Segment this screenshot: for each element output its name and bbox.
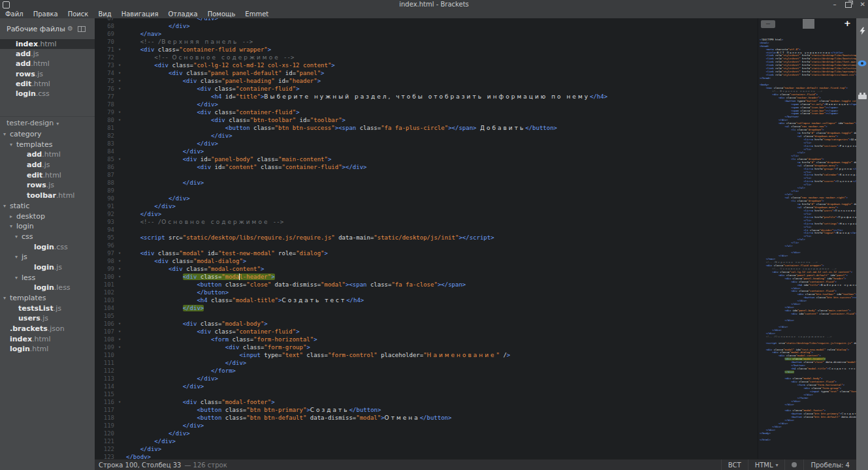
code-line-95[interactable]: 95 <script src="static/desktop/libs/requ… — [95, 234, 758, 242]
code-line-93[interactable]: 93 <!-- /Основное содержимое --> — [95, 218, 758, 226]
code-line-119[interactable]: 119 </div> — [95, 422, 758, 430]
code-line-84[interactable]: 84 </div> — [95, 148, 758, 155]
fold-arrow-icon[interactable]: ▾ — [114, 320, 125, 328]
minimap-zoom-in-button[interactable]: + — [844, 19, 851, 28]
code-line-121[interactable]: 121 </div> — [95, 437, 758, 445]
code-line-70[interactable]: 70 <!-- /Верхняя панель --> — [95, 38, 758, 46]
code-line-88[interactable]: 88 </div> — [95, 179, 758, 187]
close-button[interactable]: ✕ — [860, 0, 865, 9]
working-file-login.css[interactable]: login.css — [0, 89, 95, 99]
code-line-114[interactable]: 114 </div> — [95, 383, 758, 390]
code-line-78[interactable]: 78 </div> — [95, 101, 758, 108]
tree-item-testsList.js[interactable]: testsList.js — [0, 304, 95, 314]
chevron-down-icon[interactable]: ▾ — [3, 201, 6, 212]
code-line-116[interactable]: 116▾ <div class="modal-footer"> — [95, 398, 758, 406]
code-line-101[interactable]: 101 <button class="close" data-dismiss="… — [95, 281, 758, 289]
fold-arrow-icon[interactable]: ▾ — [114, 336, 125, 343]
fold-arrow-icon[interactable]: ▾ — [114, 265, 125, 273]
tree-item-add.js[interactable]: add.js — [0, 160, 95, 170]
code-line-111[interactable]: 111 </div> — [95, 359, 758, 367]
tree-item-add.html[interactable]: add.html — [0, 149, 95, 160]
chevron-down-icon[interactable]: ▾ — [10, 221, 12, 232]
project-dropdown[interactable]: tester-design▾ — [0, 116, 95, 127]
chevron-down-icon[interactable]: ▾ — [3, 293, 6, 304]
fold-arrow-icon[interactable]: ▾ — [114, 116, 125, 124]
code-line-115[interactable]: 115 — [95, 390, 758, 398]
fold-arrow-icon[interactable]: ▾ — [114, 398, 125, 406]
fold-arrow-icon[interactable]: ▾ — [114, 155, 125, 163]
code-line-110[interactable]: 110 <input type="text" class="form-contr… — [95, 351, 758, 359]
code-line-87[interactable]: 87 — [95, 171, 758, 179]
menu-item-вид[interactable]: Вид — [98, 10, 111, 18]
code-line-118[interactable]: 118 <button class="btn btn-default" data… — [95, 414, 758, 422]
working-file-add.html[interactable]: add.html — [0, 59, 95, 69]
fold-arrow-icon[interactable]: ▾ — [114, 85, 125, 93]
chevron-down-icon[interactable]: ▾ — [10, 140, 12, 150]
working-file-rows.js[interactable]: rows.js — [0, 69, 95, 79]
tree-item-users.js[interactable]: users.js — [0, 313, 95, 324]
tree-item-login[interactable]: ▾login — [0, 221, 95, 232]
menu-item-emmet[interactable]: Emmet — [245, 10, 268, 18]
code-line-99[interactable]: 99▾ <div class="modal-content"> — [95, 265, 758, 273]
working-file-index.html[interactable]: index.html — [0, 39, 95, 49]
code-line-106[interactable]: 106▾ <div class="modal-body"> — [95, 320, 758, 328]
menu-item-навигация[interactable]: Навигация — [121, 10, 159, 18]
chevron-right-icon[interactable]: ▸ — [10, 212, 12, 222]
tree-item-login.html[interactable]: login.html — [0, 344, 95, 354]
live-preview-lightning-icon[interactable] — [858, 26, 867, 35]
code-line-86[interactable]: 86 <div id="content" class="container-fl… — [95, 163, 758, 171]
tree-item-edit.html[interactable]: edit.html — [0, 170, 95, 181]
code-line-94[interactable]: 94 — [95, 226, 758, 234]
tree-item-js[interactable]: ▾js — [0, 252, 95, 262]
minimap-slider[interactable] — [803, 19, 814, 29]
code-line-96[interactable]: 96 — [95, 242, 758, 249]
chevron-down-icon[interactable]: ▾ — [15, 252, 18, 262]
code-line-76[interactable]: 76▾ <div class="container-fluid"> — [95, 85, 758, 93]
tree-item-index.html[interactable]: index.html — [0, 334, 95, 345]
tree-item-static[interactable]: ▾static — [0, 201, 95, 212]
code-line-71[interactable]: 71▾ <div class="container-fluid wrapper"… — [95, 46, 758, 54]
gear-icon[interactable]: ⚙ — [67, 25, 73, 33]
code-line-81[interactable]: 81 <button class="btn btn-success"><span… — [95, 124, 758, 132]
fold-arrow-icon[interactable]: ▾ — [114, 273, 125, 281]
minimap[interactable]: <!DOCTYPE html><html><head> <meta charse… — [758, 18, 856, 459]
code-line-100[interactable]: 100▾ <div class="modal-header"> — [95, 273, 758, 281]
tree-item-less[interactable]: ▾less — [0, 273, 95, 283]
fold-arrow-icon[interactable]: ▾ — [114, 46, 125, 54]
insert-mode-indicator[interactable]: ВСТ — [721, 460, 748, 470]
code-line-112[interactable]: 112 </form> — [95, 367, 758, 375]
code-line-79[interactable]: 79▾ <div class="container-fluid"> — [95, 108, 758, 116]
chevron-down-icon[interactable]: ▾ — [3, 129, 6, 140]
code-line-73[interactable]: 73▾ <div class="col-lg-12 col-md-12 col-… — [95, 61, 758, 69]
tree-item-.brackets.json[interactable]: .brackets.json — [0, 324, 95, 334]
code-line-68[interactable]: 68 </div> — [95, 22, 758, 30]
menu-item-поиск[interactable]: Поиск — [68, 10, 89, 18]
working-file-add.js[interactable]: add.js — [0, 49, 95, 59]
lint-status-indicator[interactable] — [784, 460, 803, 470]
minimap-zoom-out-button[interactable]: − — [761, 20, 775, 28]
code-line-105[interactable]: 105 — [95, 312, 758, 320]
code-line-83[interactable]: 83 </div> — [95, 140, 758, 148]
menu-item-правка[interactable]: Правка — [33, 10, 58, 18]
code-line-82[interactable]: 82 </div> — [95, 132, 758, 140]
code-line-120[interactable]: 120 </div> — [95, 430, 758, 437]
fold-arrow-icon[interactable]: ▾ — [114, 328, 125, 336]
minimap-content[interactable]: <!DOCTYPE html><html><head> <meta charse… — [760, 38, 856, 445]
code-line-122[interactable]: 122 </div> — [95, 445, 758, 453]
fold-arrow-icon[interactable]: ▾ — [114, 61, 125, 69]
code-line-89[interactable]: 89 — [95, 187, 758, 195]
code-line-77[interactable]: 77 <h4 id="title">Выберите нужный раздел… — [95, 93, 758, 101]
fold-arrow-icon[interactable]: ▾ — [114, 108, 125, 116]
maximize-button[interactable] — [845, 2, 852, 8]
working-file-edit.html[interactable]: edit.html — [0, 79, 95, 89]
code-line-97[interactable]: 97▾ <div class="modal" id="test-new-moda… — [95, 249, 758, 257]
fold-arrow-icon[interactable]: ▾ — [114, 257, 125, 265]
code-line-113[interactable]: 113 </div> — [95, 375, 758, 383]
tree-item-templates[interactable]: ▾templates — [0, 140, 95, 150]
code-line-104[interactable]: 104 </div> — [95, 304, 758, 312]
code-line-117[interactable]: 117 <button class="btn btn-primary">Созд… — [95, 406, 758, 414]
menu-item-отладка[interactable]: Отладка — [168, 10, 197, 18]
tree-item-desktop[interactable]: ▸desktop — [0, 212, 95, 222]
tree-item-login.css[interactable]: login.css — [0, 242, 95, 253]
code-line-80[interactable]: 80▾ <div class="btn-toolbar" id="toolbar… — [95, 116, 758, 124]
